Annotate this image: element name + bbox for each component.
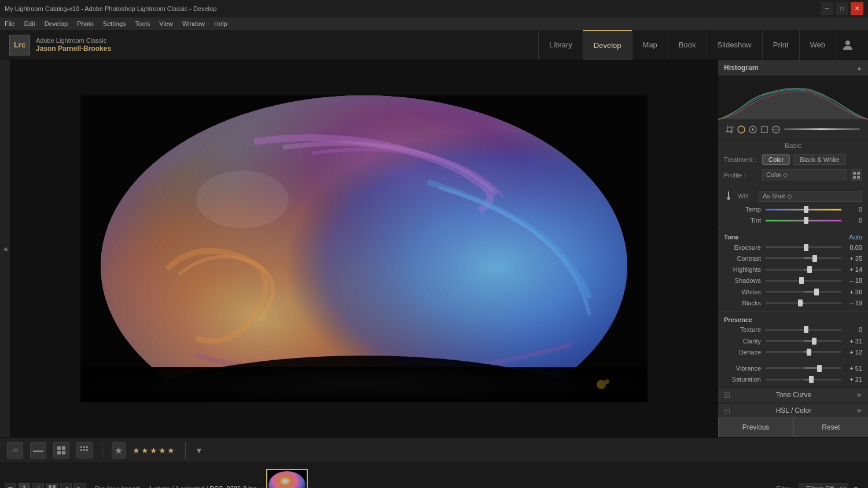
nav-slideshow[interactable]: Slideshow [707,30,762,60]
histogram-chevron: ▲ [856,65,862,71]
clarity-slider[interactable] [766,340,841,342]
filmstrip-import-label: Previous Import [90,485,144,489]
menu-edit[interactable]: Edit [24,20,35,27]
rating-filter-btn[interactable] [112,442,126,459]
num-view-icon: 2 [36,485,40,488]
contrast-slider[interactable] [766,257,841,259]
filmstrip-prev-btn[interactable]: ◀ [60,483,72,489]
filter-toggle-icon[interactable]: ▼ [853,485,859,488]
filmstrip-thumb-1[interactable] [266,469,308,489]
menu-tools[interactable]: Tools [135,20,150,27]
filmstrip-single-view[interactable]: 1 [19,483,30,489]
spot-removal-tool[interactable] [747,124,759,135]
histogram-header[interactable]: Histogram ▲ [718,60,868,76]
texture-slider[interactable] [766,329,841,331]
previous-button[interactable]: Previous [718,417,793,437]
nav-book[interactable]: Book [668,30,707,60]
tone-curve-section[interactable]: Tone Curve ▶ [718,387,868,402]
tint-slider[interactable] [766,220,841,221]
main-layout: ◀ [0,60,868,437]
saturation-slider[interactable] [766,379,841,380]
filmstrip-hand-tool[interactable] [5,483,16,489]
profile-dropdown[interactable]: Color ◇ [762,169,847,180]
shadows-slider[interactable] [766,280,841,282]
menu-settings[interactable]: Settings [103,20,126,27]
saturation-thumb[interactable] [809,376,814,383]
nav-web[interactable]: Web [799,30,836,60]
wb-dropdown[interactable]: As Shot ◇ [759,191,862,202]
temp-thumb[interactable] [804,206,808,213]
eyedropper-icon[interactable] [724,191,734,201]
exposure-thumb[interactable] [804,244,808,251]
filter-dropdown[interactable]: Filters Off [799,483,848,489]
menu-develop[interactable]: Develop [45,20,68,27]
maximize-button[interactable]: □ [836,2,848,15]
crop-tool[interactable] [724,124,735,135]
view-survey-btn[interactable] [53,442,69,459]
whites-thumb[interactable] [814,289,819,295]
close-button[interactable]: ✕ [851,2,863,15]
menu-help[interactable]: Help [214,20,227,27]
menu-file[interactable]: File [5,20,15,27]
dehaze-row: Dehaze + 12 [718,346,868,357]
wb-row: WB : As Shot ◇ [718,188,868,204]
menu-window[interactable]: Window [182,20,205,27]
toolbar-divider-2 [185,442,186,459]
nav-print[interactable]: Print [762,30,799,60]
texture-thumb[interactable] [804,326,808,333]
star-rating[interactable]: ★★★★★ [133,446,176,455]
tone-auto-btn[interactable]: Auto [849,234,862,241]
view-compare-btn[interactable]: ▬▬ [30,442,46,459]
clarity-fill [804,340,812,342]
tint-thumb[interactable] [804,217,808,224]
treatment-color-btn[interactable]: Color [762,154,790,165]
contrast-thumb[interactable] [812,255,817,262]
svg-rect-14 [726,131,731,132]
minimize-button[interactable]: ─ [821,2,833,15]
exposure-row: Exposure 0.00 [718,242,868,253]
whites-slider[interactable] [766,291,841,293]
circle-tool[interactable] [735,124,747,135]
exposure-slider[interactable] [766,246,841,248]
nav-profile-icon[interactable] [836,30,859,60]
highlights-slider[interactable] [766,269,841,271]
view-loupe-btn[interactable]: ▭ [7,442,23,459]
filmstrip-num-view[interactable]: 2 [32,483,44,489]
graduated-filter-tool[interactable] [770,124,782,135]
logo-text: Adobe Lightroom Classic Jason Parnell-Br… [36,36,111,54]
top-nav: Lrc Adobe Lightroom Classic Jason Parnel… [0,30,868,60]
square-tool[interactable] [759,124,770,135]
hsl-color-section[interactable]: HSL / Color ▶ [718,403,868,417]
svg-rect-33 [62,451,65,454]
temp-slider[interactable] [766,209,841,210]
menu-photo[interactable]: Photo [77,20,94,27]
dehaze-slider[interactable] [766,351,841,353]
nav-develop[interactable]: Develop [583,30,632,60]
histogram-title: Histogram [724,64,758,72]
view-grid-btn[interactable] [76,442,93,459]
svg-rect-34 [80,446,82,448]
nav-library[interactable]: Library [538,30,583,60]
reset-button[interactable]: Reset [793,417,868,437]
svg-point-10 [597,380,606,389]
menu-view[interactable]: View [159,20,173,27]
highlights-row: Highlights + 14 [718,264,868,275]
filmstrip-next-btn[interactable]: ▶ [74,483,86,489]
profile-grid-button[interactable] [851,169,862,181]
blacks-thumb[interactable] [798,300,803,306]
nav-map[interactable]: Map [632,30,668,60]
down-arrow-btn[interactable]: ▼ [195,446,203,455]
highlights-thumb[interactable] [807,266,812,273]
treatment-bw-btn[interactable]: Black & White [793,154,845,165]
tint-value: 0 [841,217,862,224]
vibrance-slider[interactable] [766,367,841,369]
vibrance-thumb[interactable] [817,365,822,372]
clarity-thumb[interactable] [812,338,816,345]
shadows-thumb[interactable] [799,277,804,284]
dehaze-thumb[interactable] [807,349,811,356]
blacks-slider[interactable] [766,302,841,304]
left-panel-toggle[interactable]: ◀ [0,60,10,437]
nav-links: Library Develop Map Book Slideshow Print… [134,30,859,60]
filmstrip-grid-view[interactable] [46,483,58,489]
left-arrow-icon: ◀ [3,246,8,252]
